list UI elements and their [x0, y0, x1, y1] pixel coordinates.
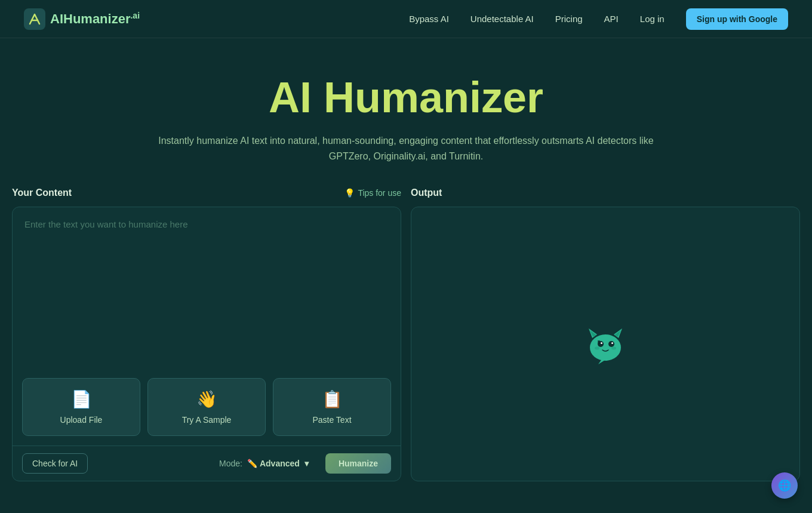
help-widget-icon: 🌐: [778, 479, 791, 492]
svg-rect-0: [24, 8, 45, 30]
action-cards: 📄 Upload File 👋 Try A Sample 📋 Paste Tex…: [13, 378, 401, 446]
output-title: Output: [411, 188, 442, 198]
hero-title: AI Humanizer: [24, 74, 788, 121]
tips-label: Tips for use: [358, 188, 401, 198]
logo-icon: [24, 8, 45, 30]
hero-subtitle: Instantly humanize AI text into natural,…: [137, 133, 675, 164]
svg-point-6: [592, 336, 619, 357]
nav-login[interactable]: Log in: [640, 14, 665, 24]
paste-text-icon: 📋: [322, 389, 343, 409]
check-for-ai-button[interactable]: Check for AI: [22, 453, 88, 474]
try-sample-label: Try A Sample: [182, 415, 232, 425]
paste-text-label: Paste Text: [312, 415, 351, 425]
nav-api[interactable]: API: [604, 14, 619, 24]
upload-file-label: Upload File: [60, 415, 103, 425]
left-panel-header: Your Content 💡 Tips for use: [12, 188, 401, 204]
right-panel: Output: [411, 188, 800, 481]
try-sample-icon: 👋: [196, 389, 217, 409]
svg-point-9: [601, 342, 602, 344]
left-panel: Your Content 💡 Tips for use 📄 Upload Fil…: [12, 188, 401, 481]
hero-section: AI Humanizer Instantly humanize AI text …: [0, 38, 812, 188]
signup-google-button[interactable]: Sign up with Google: [686, 8, 788, 30]
mascot-container: [582, 320, 629, 368]
chevron-down-icon: ▾: [304, 459, 309, 468]
logo[interactable]: AIHumanizer.ai: [24, 8, 140, 30]
output-header: Output: [411, 188, 800, 204]
tips-for-use-link[interactable]: 💡 Tips for use: [345, 188, 401, 198]
content-textarea[interactable]: [13, 207, 401, 378]
humanize-button[interactable]: Humanize: [325, 453, 391, 474]
upload-file-card[interactable]: 📄 Upload File: [22, 378, 140, 436]
mode-icon: ✏️: [247, 459, 257, 468]
editor-footer: Check for AI Mode: ✏️ Advanced ▾ Humaniz…: [13, 446, 401, 481]
mode-value: Advanced: [260, 459, 300, 468]
nav-links: Bypass AI Undetectable AI Pricing API Lo…: [409, 14, 665, 24]
paste-text-card[interactable]: 📋 Paste Text: [273, 378, 391, 436]
nav-pricing[interactable]: Pricing: [555, 14, 583, 24]
navbar: AIHumanizer.ai Bypass AI Undetectable AI…: [0, 0, 812, 38]
tips-icon: 💡: [345, 188, 355, 198]
your-content-title: Your Content: [12, 188, 72, 198]
help-widget[interactable]: 🌐: [771, 472, 798, 499]
svg-point-12: [611, 347, 616, 350]
svg-point-10: [611, 342, 613, 344]
mode-dropdown-button[interactable]: ✏️ Advanced ▾: [247, 459, 309, 468]
main-content: Your Content 💡 Tips for use 📄 Upload Fil…: [0, 188, 812, 499]
mascot-icon: [582, 320, 629, 368]
mode-section: Mode: ✏️ Advanced ▾: [219, 459, 309, 468]
mode-label: Mode:: [219, 459, 242, 468]
svg-point-8: [608, 341, 614, 347]
try-sample-card[interactable]: 👋 Try A Sample: [147, 378, 266, 436]
upload-file-icon: 📄: [71, 389, 92, 409]
output-box: [411, 207, 800, 481]
logo-text: AIHumanizer.ai: [50, 11, 140, 27]
editor-box: 📄 Upload File 👋 Try A Sample 📋 Paste Tex…: [12, 207, 401, 481]
nav-undetectable-ai[interactable]: Undetectable AI: [470, 14, 534, 24]
svg-point-11: [595, 347, 599, 350]
nav-bypass-ai[interactable]: Bypass AI: [409, 14, 449, 24]
